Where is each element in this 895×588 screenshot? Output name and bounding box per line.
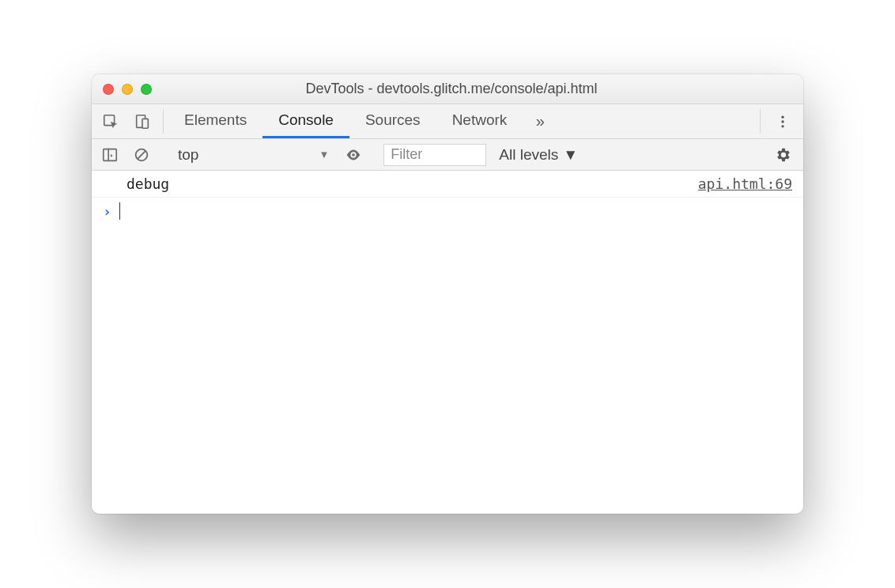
tab-network[interactable]: Network — [436, 104, 523, 138]
tab-label: Sources — [365, 111, 421, 129]
log-source-link[interactable]: api.html:69 — [698, 175, 792, 192]
console-output: debug api.html:69 › — [92, 171, 803, 514]
more-tabs-button[interactable]: » — [523, 104, 557, 138]
clear-console-icon[interactable] — [128, 146, 155, 164]
tab-elements[interactable]: Elements — [168, 104, 262, 138]
chevron-down-icon: ▼ — [563, 146, 578, 164]
inspect-element-icon[interactable] — [95, 104, 127, 138]
prompt-chevron-icon: › — [103, 203, 111, 220]
svg-point-4 — [781, 120, 784, 122]
console-settings-button[interactable] — [767, 146, 799, 164]
separator — [163, 109, 164, 134]
panel-tabs: Elements Console Sources Network — [168, 104, 523, 138]
kebab-menu-button[interactable] — [765, 104, 800, 138]
zoom-window-button[interactable] — [141, 84, 152, 95]
window-title: DevTools - devtools.glitch.me/console/ap… — [174, 81, 792, 97]
svg-point-8 — [352, 153, 355, 156]
tab-console[interactable]: Console — [262, 104, 349, 138]
close-window-button[interactable] — [103, 84, 114, 95]
spacer — [557, 104, 755, 138]
window-controls — [103, 84, 166, 95]
separator — [760, 109, 761, 134]
tab-label: Network — [452, 111, 508, 129]
toggle-console-sidebar-icon[interactable] — [96, 146, 123, 164]
chevron-right-double-icon: » — [536, 112, 545, 130]
console-toolbar: top ▼ All levels ▼ — [92, 139, 803, 171]
console-log-entry: debug api.html:69 — [92, 171, 803, 198]
log-levels-label: All levels — [499, 146, 558, 164]
log-message: debug — [127, 175, 169, 192]
chevron-down-icon: ▼ — [319, 149, 329, 160]
svg-rect-6 — [104, 149, 117, 160]
panel-tabs-bar: Elements Console Sources Network » — [92, 104, 803, 139]
log-levels-selector[interactable]: All levels ▼ — [491, 146, 586, 164]
live-expression-icon[interactable] — [340, 146, 367, 164]
device-toolbar-icon[interactable] — [127, 104, 158, 138]
tab-sources[interactable]: Sources — [349, 104, 436, 138]
minimize-window-button[interactable] — [122, 84, 133, 95]
console-prompt[interactable]: › — [92, 198, 803, 224]
svg-point-3 — [781, 115, 784, 118]
text-cursor — [119, 202, 120, 220]
devtools-window: DevTools - devtools.glitch.me/console/ap… — [92, 74, 803, 514]
more-vertical-icon — [775, 114, 791, 130]
tab-label: Elements — [184, 111, 247, 129]
gear-icon — [774, 146, 791, 164]
execution-context-selector[interactable]: top ▼ — [172, 146, 335, 164]
titlebar: DevTools - devtools.glitch.me/console/ap… — [92, 74, 803, 104]
filter-input[interactable] — [383, 144, 486, 166]
svg-point-5 — [781, 125, 784, 127]
tab-label: Console — [278, 111, 334, 129]
execution-context-label: top — [178, 146, 198, 164]
svg-rect-2 — [142, 119, 148, 128]
